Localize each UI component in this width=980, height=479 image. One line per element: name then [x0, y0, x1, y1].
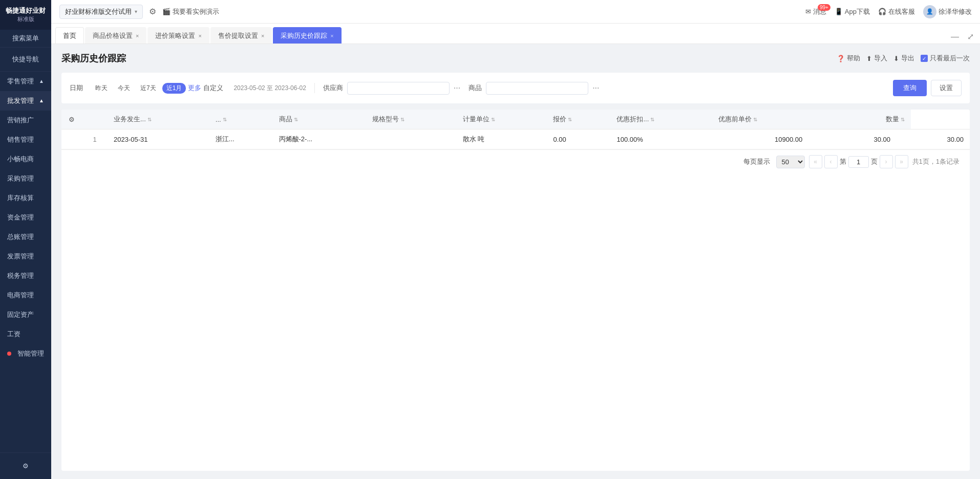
tab-history-close[interactable]: × [330, 33, 333, 39]
tab-home[interactable]: 首页 [55, 27, 84, 43]
sidebar-item-marketing[interactable]: 营销推广 [0, 111, 51, 130]
sort-more-icon[interactable]: ⇅ [223, 117, 227, 122]
tab-price-label: 商品价格设置 [93, 31, 133, 40]
sidebar-item-wholesale[interactable]: 批发管理 ▲ [0, 91, 51, 111]
export-button[interactable]: ⬇ 导出 [893, 54, 914, 63]
first-page-button[interactable]: « [809, 155, 822, 168]
tab-price[interactable]: 商品价格设置 × [85, 27, 146, 43]
th-unit[interactable]: 计量单位 ⇅ [457, 110, 547, 129]
filter-option-more[interactable]: 更多 [188, 83, 201, 93]
sidebar-item-smart[interactable]: 智能管理 [0, 344, 51, 363]
th-settings[interactable]: ⚙ [61, 110, 82, 129]
sidebar-search[interactable]: 搜索菜单 [0, 30, 51, 48]
th-pre-price[interactable]: 优惠前单价 ⇅ [712, 110, 823, 129]
filter-option-custom[interactable]: 自定义 [203, 83, 223, 93]
th-discount[interactable]: 优惠折扣... ⇅ [610, 110, 712, 129]
sidebar-item-sales[interactable]: 销售管理 [0, 130, 51, 149]
checkbox-checked-icon: ✓ [921, 55, 928, 62]
chevron-down-icon: ▾ [135, 9, 137, 14]
th-goods[interactable]: 商品 ⇅ [273, 110, 366, 129]
supplier-input[interactable] [347, 82, 450, 95]
goods-input[interactable] [486, 82, 588, 95]
tab-home-label: 首页 [63, 31, 76, 40]
tab-history[interactable]: 采购历史价跟踪 × [273, 27, 341, 43]
goods-dots[interactable]: ··· [592, 83, 599, 93]
prev-page-button[interactable]: ‹ [824, 155, 838, 168]
sidebar-item-retail[interactable]: 零售管理 ▲ [0, 72, 51, 91]
tab-strategy[interactable]: 进价策略设置 × [147, 27, 209, 43]
messages-button[interactable]: ✉ 消息 99+ [805, 7, 826, 16]
sidebar-item-finance[interactable]: 资金管理 [0, 208, 51, 227]
th-date[interactable]: 业务发生... ⇅ [108, 110, 209, 129]
filter-option-7days[interactable]: 近7天 [136, 83, 160, 94]
app-download-button[interactable]: 📱 App下载 [835, 7, 870, 16]
next-page-button[interactable]: › [880, 155, 893, 168]
sidebar-item-ledger[interactable]: 总账管理 [0, 227, 51, 247]
sidebar-quick-nav-label[interactable]: 快捷导航 [0, 51, 51, 68]
filter-option-1month[interactable]: 近1月 [162, 83, 186, 94]
sort-date-icon[interactable]: ⇅ [147, 117, 152, 122]
page-size-select[interactable]: 20 50 100 [776, 156, 805, 168]
sidebar-item-purchase[interactable]: 采购管理 [0, 169, 51, 188]
sidebar-item-ecommerce-small[interactable]: 小畅电商 [0, 149, 51, 169]
help-button[interactable]: ❓ 帮助 [837, 54, 860, 63]
message-icon: ✉ [805, 8, 811, 15]
only-last-checkbox[interactable]: ✓ 只看最后一次 [921, 54, 970, 63]
sidebar-settings-icon: ⚙ [23, 462, 29, 470]
page-input[interactable] [848, 156, 869, 168]
sidebar-item-smart-label: 智能管理 [17, 349, 44, 358]
user-name: 徐泽华修改 [939, 7, 972, 16]
tab-price-close[interactable]: × [136, 33, 139, 39]
sidebar-item-invoice[interactable]: 发票管理 [0, 247, 51, 266]
sort-goods-icon[interactable]: ⇅ [294, 117, 298, 122]
sidebar-item-ecommerce[interactable]: 电商管理 [0, 286, 51, 305]
demo-label: 我要看实例演示 [173, 7, 219, 16]
tab-extract-close[interactable]: × [261, 33, 264, 39]
th-more[interactable]: ... ⇅ [209, 110, 273, 129]
version-select[interactable]: 好业财标准版交付试用 ▾ [59, 5, 143, 19]
sidebar-quick-nav[interactable]: 快捷导航 [0, 48, 51, 72]
tab-expand-icon[interactable]: ⤢ [965, 30, 976, 43]
sort-pre-price-icon[interactable]: ⇅ [753, 117, 757, 122]
data-table: ⚙ 业务发生... ⇅ ... ⇅ [61, 110, 970, 149]
topbar-left: 好业财标准版交付试用 ▾ ⚙ 🎬 我要看实例演示 [59, 5, 219, 19]
sidebar-item-assets[interactable]: 固定资产 [0, 305, 51, 324]
app-download-label: App下载 [845, 7, 870, 16]
settings-button[interactable]: 设置 [931, 80, 962, 96]
topbar-settings-icon[interactable]: ⚙ [149, 7, 156, 16]
sort-unit-icon[interactable]: ⇅ [491, 117, 495, 122]
sidebar-item-smart-badge [7, 352, 11, 356]
sidebar-item-wholesale-label: 批发管理 [7, 96, 34, 105]
table-header-row: ⚙ 业务发生... ⇅ ... ⇅ [61, 110, 970, 129]
th-quantity[interactable]: 数量 ⇅ [823, 110, 911, 129]
import-button[interactable]: ⬆ 导入 [866, 54, 887, 63]
row-quoted-price: 0.00 [547, 129, 610, 149]
supplier-dots[interactable]: ··· [454, 83, 460, 93]
sort-discount-icon[interactable]: ⇅ [650, 117, 654, 122]
sidebar-item-tax[interactable]: 税务管理 [0, 266, 51, 286]
table-row: 1 2023-05-31 浙江... 丙烯酸-2-... 散水 吨 0.00 1… [61, 129, 970, 149]
query-button[interactable]: 查询 [893, 80, 927, 96]
app-logo-sub: 标准版 [17, 15, 34, 23]
row-quantity: 30.00 [911, 129, 970, 149]
user-menu[interactable]: 👤 徐泽华修改 [923, 5, 972, 18]
th-spec[interactable]: 规格型号 ⇅ [366, 110, 457, 129]
tab-strategy-close[interactable]: × [198, 33, 201, 39]
sort-quantity-icon[interactable]: ⇅ [901, 117, 905, 122]
import-icon: ⬆ [866, 55, 872, 62]
sort-spec-icon[interactable]: ⇅ [400, 117, 404, 122]
th-price[interactable]: 报价 ⇅ [547, 110, 610, 129]
online-service-button[interactable]: 🎧 在线客服 [878, 7, 915, 16]
tab-extract[interactable]: 售价提取设置 × [210, 27, 272, 43]
filter-option-yesterday[interactable]: 昨天 [91, 83, 112, 94]
sort-price-icon[interactable]: ⇅ [568, 117, 572, 122]
demo-button[interactable]: 🎬 我要看实例演示 [162, 7, 219, 16]
sidebar-settings-button[interactable]: ⚙ [0, 458, 51, 474]
tab-minimize-icon[interactable]: — [949, 30, 961, 43]
export-icon: ⬇ [893, 55, 899, 62]
sidebar-item-payroll[interactable]: 工资 [0, 324, 51, 344]
sidebar-item-inventory[interactable]: 库存核算 [0, 188, 51, 208]
filter-option-today[interactable]: 今天 [114, 83, 134, 94]
last-page-button[interactable]: » [895, 155, 908, 168]
row-discount: 100.00% [610, 129, 712, 149]
